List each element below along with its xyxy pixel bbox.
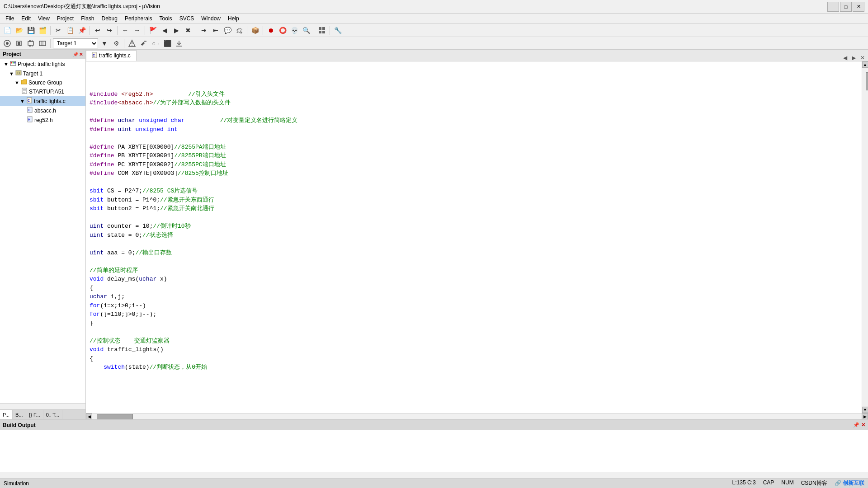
tab-project[interactable]: P...: [0, 410, 13, 419]
copy-button[interactable]: 📋: [65, 25, 75, 36]
project-pin-button[interactable]: 📌: [73, 52, 78, 57]
unindent-button[interactable]: ⇤: [210, 25, 221, 36]
sep5: [196, 26, 196, 35]
editor-nav-left[interactable]: ◀: [842, 55, 849, 61]
absacc-label: absacc.h: [34, 108, 56, 114]
nav-fwd-button[interactable]: →: [132, 25, 142, 36]
kill-button[interactable]: 💀: [289, 25, 300, 36]
menu-tools[interactable]: Tools: [156, 14, 176, 23]
bookmark-button[interactable]: 🚩: [147, 25, 158, 36]
project-hscrollbar[interactable]: [0, 403, 85, 409]
vscroll-up-button[interactable]: ▲: [862, 61, 868, 68]
editor-close-btn[interactable]: ✕: [859, 55, 866, 61]
target-settings[interactable]: ⚙: [111, 38, 122, 49]
maximize-button[interactable]: □: [840, 2, 852, 12]
svg-rect-8: [28, 42, 33, 45]
menu-debug[interactable]: Debug: [98, 14, 121, 23]
svg-rect-0: [319, 27, 321, 30]
build-button[interactable]: [138, 38, 149, 49]
build-snap[interactable]: 📦: [250, 25, 260, 36]
tb2-btn2[interactable]: [14, 38, 24, 49]
code-hscrollbar[interactable]: ◀ ▶: [86, 413, 868, 419]
build-output-close[interactable]: ✕: [861, 422, 865, 428]
hscroll-left-button[interactable]: ◀: [86, 413, 92, 420]
tab-functions[interactable]: {} F...: [26, 410, 43, 419]
svg-rect-15: [39, 41, 46, 46]
tree-source-group[interactable]: ▼ Source Group: [0, 78, 85, 87]
build-output-pin[interactable]: 📌: [853, 422, 859, 428]
tree-h1-icon: H: [27, 107, 33, 114]
tb2-btn1[interactable]: [2, 38, 13, 49]
tree-main-c-file[interactable]: ▼ C traffic lights.c: [0, 96, 85, 106]
debug-button[interactable]: 🔍: [301, 25, 311, 36]
translate-button[interactable]: C →: [150, 38, 161, 49]
menu-svcs[interactable]: SVCS: [176, 14, 198, 23]
target-selector[interactable]: Target 1: [53, 38, 98, 48]
close-button[interactable]: ✕: [853, 2, 864, 12]
menu-project[interactable]: Project: [53, 14, 77, 23]
bookmark-clear[interactable]: ✖: [183, 25, 193, 36]
config-button[interactable]: [316, 25, 327, 36]
cut-button[interactable]: ✂: [53, 25, 64, 36]
menu-flash[interactable]: Flash: [77, 14, 98, 23]
sep3: [117, 26, 118, 35]
code-editor[interactable]: #include <reg52.h> //引入头文件 #include<absa…: [86, 61, 862, 413]
save-all-button[interactable]: 🗂️: [37, 25, 48, 36]
editor-nav-right[interactable]: ▶: [850, 55, 857, 61]
run-to-cursor[interactable]: ⏺: [265, 25, 276, 36]
step-over[interactable]: ⭕: [277, 25, 288, 36]
stop-build-button[interactable]: ⬛: [162, 38, 173, 49]
menu-edit[interactable]: Edit: [18, 14, 34, 23]
hscroll-right-button[interactable]: ▶: [862, 413, 868, 420]
vscroll-thumb[interactable]: [866, 72, 868, 90]
target-dropdown[interactable]: ▼: [99, 38, 110, 49]
tab-templates[interactable]: 0↓ T...: [43, 410, 62, 419]
save-button[interactable]: 💾: [25, 25, 36, 36]
statusbar-right: L:135 C:3 CAP NUM CSDN博客 🔗 创新互联: [732, 479, 864, 487]
tree-target1[interactable]: ▼ T1 Target 1: [0, 69, 85, 78]
tree-startup-file[interactable]: STARTUP.A51: [0, 87, 85, 96]
menu-file[interactable]: File: [2, 14, 18, 23]
hscroll-thumb[interactable]: [97, 414, 133, 419]
download-button[interactable]: [174, 38, 184, 49]
editor-vscrollbar[interactable]: ▲ ▼: [862, 61, 868, 413]
redo-button[interactable]: ↪: [104, 25, 115, 36]
nav-back-button[interactable]: ←: [120, 25, 131, 36]
bookmark-prev[interactable]: ◀: [159, 25, 170, 36]
tb2-btn4[interactable]: [37, 38, 48, 49]
tree-absacc-file[interactable]: H absacc.h: [0, 106, 85, 115]
menu-peripherals[interactable]: Peripherals: [121, 14, 156, 23]
tree-reg52-file[interactable]: H reg52.h: [0, 115, 85, 125]
menu-window[interactable]: Window: [198, 14, 224, 23]
tree-project-root[interactable]: ▼ Project: traffic lights: [0, 59, 85, 69]
paste-button[interactable]: 📌: [76, 25, 87, 36]
new-file-button[interactable]: 📄: [2, 25, 13, 36]
minimize-button[interactable]: ─: [827, 2, 839, 12]
startup-label: STARTUP.A51: [29, 89, 64, 95]
menu-help[interactable]: Help: [224, 14, 243, 23]
code-with-scrollbar: #include <reg52.h> //引入头文件 #include<absa…: [86, 61, 868, 413]
tools-button[interactable]: 🔧: [332, 25, 343, 36]
menu-view[interactable]: View: [34, 14, 53, 23]
sep-t2-1: [50, 39, 51, 48]
open-button[interactable]: 📂: [14, 25, 24, 36]
editor-tab-traffic-lights[interactable]: C traffic lights.c: [86, 50, 137, 61]
sep6: [247, 26, 247, 35]
hscroll-track[interactable]: [92, 413, 862, 420]
tb2-btn3[interactable]: [25, 38, 36, 49]
build-all-button[interactable]: [127, 38, 137, 49]
tab-books[interactable]: B...: [13, 410, 26, 419]
comment-button[interactable]: 💬: [222, 25, 233, 36]
indent-button[interactable]: ⇥: [198, 25, 209, 36]
project-close-button[interactable]: ✕: [79, 52, 83, 57]
uncomment-button[interactable]: 🗯: [234, 25, 245, 36]
memory-icon: [38, 39, 47, 47]
sep-t2-2: [124, 39, 124, 48]
build-output-hscrollbar[interactable]: [0, 472, 868, 478]
bookmark-next[interactable]: ▶: [171, 25, 182, 36]
undo-button[interactable]: ↩: [92, 25, 103, 36]
branding-logo: 🔗 创新互联: [835, 479, 864, 487]
translate-icon: C →: [151, 39, 160, 47]
svg-rect-3: [322, 31, 325, 33]
vscroll-down-button[interactable]: ▼: [862, 407, 868, 413]
